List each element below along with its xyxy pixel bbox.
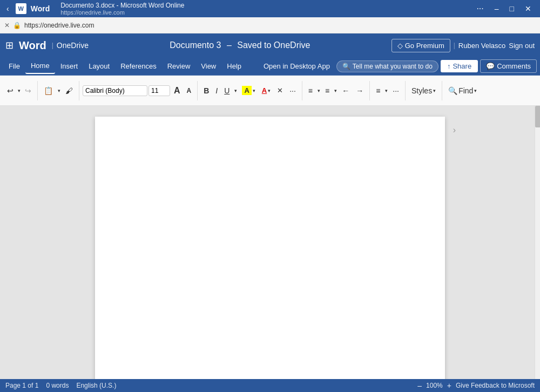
maximize-button[interactable]: □ xyxy=(505,2,518,15)
open-desktop-button[interactable]: Open in Desktop App xyxy=(259,60,334,72)
word-logo: Word xyxy=(19,39,46,52)
clipboard-button[interactable]: 📋 xyxy=(41,84,56,97)
address-url[interactable]: https://onedrive.live.com xyxy=(24,22,94,29)
premium-icon: ◇ xyxy=(397,42,403,50)
statusbar-left: Page 1 of 1 0 words English (U.S.) xyxy=(5,382,116,389)
page-info: Page 1 of 1 xyxy=(5,382,38,389)
titlebar: ‹ W Word Documento 3.docx - Microsoft Wo… xyxy=(0,0,540,17)
numbering-button[interactable]: ≡ xyxy=(322,84,332,97)
ribbon-divider-3 xyxy=(197,81,198,100)
tab-close-icon[interactable]: ✕ xyxy=(4,22,10,29)
appbar-divider1: | xyxy=(454,42,455,49)
ribbon-divider-4 xyxy=(302,81,302,100)
styles-group: Styles ▾ xyxy=(409,84,438,97)
increase-indent-button[interactable]: → xyxy=(353,84,366,97)
font-group: Calibri (Body) 11 A A xyxy=(83,84,194,98)
paragraph-more-button[interactable]: ··· xyxy=(390,84,402,97)
find-label: Find xyxy=(458,86,473,95)
document-page[interactable]: › xyxy=(95,117,445,387)
font-color-icon: A xyxy=(262,86,267,94)
ribbon-divider-5 xyxy=(369,81,370,100)
styles-button[interactable]: Styles ▾ xyxy=(409,84,438,97)
highlight-dropdown-icon: ▾ xyxy=(253,88,255,93)
menu-view[interactable]: View xyxy=(195,59,221,73)
menu-insert[interactable]: Insert xyxy=(55,59,84,73)
close-button[interactable]: ✕ xyxy=(521,2,536,15)
undo-redo-group: ↩ ▾ ↪ xyxy=(4,84,34,97)
menu-bar: File Home Insert Layout References Revie… xyxy=(0,57,540,76)
underline-dropdown-button[interactable]: ▾ xyxy=(233,87,238,94)
zoom-in-button[interactable]: + xyxy=(447,381,451,390)
word-count: 0 words xyxy=(46,382,69,389)
zoom-out-button[interactable]: – xyxy=(417,381,422,390)
username[interactable]: Ruben Velasco xyxy=(458,42,505,50)
statusbar-right: – 100% + Give Feedback to Microsoft xyxy=(417,381,535,390)
undo-button[interactable]: ↩ xyxy=(4,84,16,97)
find-icon: 🔍 xyxy=(448,86,457,95)
share-icon: ↑ xyxy=(447,62,451,70)
list-group: ≡ ▾ ≡ ▾ ← → xyxy=(306,84,366,97)
bullets-dropdown-button[interactable]: ▾ xyxy=(316,87,321,94)
menu-layout[interactable]: Layout xyxy=(83,59,115,73)
tell-me-search[interactable]: 🔍 Tell me what you want to do xyxy=(336,60,438,72)
back-button[interactable]: ‹ xyxy=(4,2,11,15)
font-size-select[interactable]: 11 xyxy=(148,85,170,96)
ribbon-divider-2 xyxy=(79,81,79,100)
more-options-button[interactable]: ··· xyxy=(472,2,488,16)
menu-home[interactable]: Home xyxy=(25,58,55,74)
comments-label: Comments xyxy=(497,62,531,70)
share-button[interactable]: ↑ Share xyxy=(441,60,478,72)
numbering-dropdown-button[interactable]: ▾ xyxy=(333,87,338,94)
clipboard-dropdown-button[interactable]: ▾ xyxy=(57,87,62,94)
styles-label: Styles xyxy=(411,86,432,95)
align-button[interactable]: ≡ xyxy=(373,84,383,97)
page-right-arrow[interactable]: › xyxy=(453,125,456,135)
scrollbar-thumb[interactable] xyxy=(535,106,540,127)
menu-help[interactable]: Help xyxy=(221,59,247,73)
minimize-button[interactable]: – xyxy=(490,2,503,15)
share-label: Share xyxy=(453,62,471,70)
menu-review[interactable]: Review xyxy=(162,59,196,73)
title-dash: – xyxy=(227,40,232,50)
menu-file[interactable]: File xyxy=(3,59,25,73)
find-dropdown-icon: ▾ xyxy=(474,88,477,93)
feedback-button[interactable]: Give Feedback to Microsoft xyxy=(456,382,535,389)
clear-format-button[interactable]: ✕ xyxy=(274,84,286,97)
font-more-button[interactable]: ··· xyxy=(287,84,299,97)
decrease-indent-button[interactable]: ← xyxy=(339,84,352,97)
highlight-icon: A xyxy=(242,86,251,95)
highlight-button[interactable]: A ▾ xyxy=(239,84,258,97)
comments-button[interactable]: 💬 Comments xyxy=(480,59,537,73)
app-name: Word xyxy=(31,4,50,13)
menu-references[interactable]: References xyxy=(115,59,161,73)
align-group: ≡ ▾ ··· xyxy=(373,84,402,97)
format-painter-button[interactable]: 🖌 xyxy=(63,84,76,97)
vertical-scrollbar[interactable] xyxy=(535,106,540,379)
appbar-separator: | xyxy=(52,42,53,49)
redo-button[interactable]: ↪ xyxy=(22,84,34,97)
apps-grid-icon[interactable]: ⊞ xyxy=(5,39,14,51)
window-controls: ··· – □ ✕ xyxy=(472,2,536,16)
font-color-dropdown-icon: ▾ xyxy=(268,88,271,93)
font-color-button[interactable]: A ▾ xyxy=(259,84,273,97)
ribbon: ↩ ▾ ↪ 📋 ▾ 🖌 Calibri (Body) 11 A A B I xyxy=(0,76,540,106)
tell-me-text: Tell me what you want to do xyxy=(353,63,433,70)
align-dropdown-button[interactable]: ▾ xyxy=(384,87,389,94)
security-lock-icon: 🔒 xyxy=(13,22,21,29)
onedrive-link[interactable]: OneDrive xyxy=(57,41,89,50)
bold-button[interactable]: B xyxy=(201,84,212,97)
sign-out-button[interactable]: Sign out xyxy=(509,42,535,50)
document-area[interactable]: › xyxy=(0,106,540,392)
font-shrink-button[interactable]: A xyxy=(184,85,194,97)
comments-icon: 💬 xyxy=(486,62,495,70)
bullets-button[interactable]: ≡ xyxy=(306,84,315,97)
go-premium-button[interactable]: ◇ Go Premium xyxy=(392,39,450,52)
font-name-select[interactable]: Calibri (Body) xyxy=(83,85,147,96)
find-button[interactable]: 🔍 Find ▾ xyxy=(446,84,480,97)
italic-button[interactable]: I xyxy=(213,84,220,97)
document-title: Documento 3 xyxy=(170,40,221,50)
underline-button[interactable]: U xyxy=(221,84,232,97)
window-url: https://onedrive.live.com xyxy=(60,9,184,16)
undo-dropdown-button[interactable]: ▾ xyxy=(17,87,22,94)
font-grow-button[interactable]: A xyxy=(171,84,183,98)
